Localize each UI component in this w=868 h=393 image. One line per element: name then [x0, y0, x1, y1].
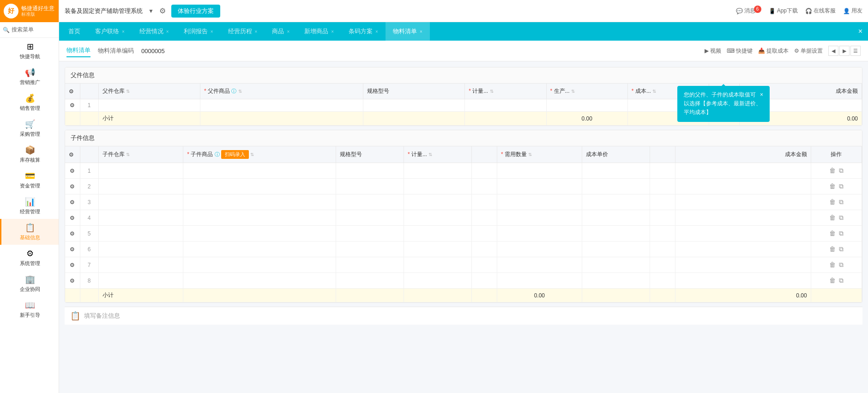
- search-menu[interactable]: 🔍 搜索菜单: [0, 22, 59, 38]
- child-th-unit[interactable]: * 计量... ⇅: [404, 146, 471, 163]
- tab-profit[interactable]: 利润报告 ×: [176, 22, 221, 41]
- tab-new-goods[interactable]: 新增商品 ×: [297, 22, 341, 41]
- experience-btn[interactable]: 体验行业方案: [171, 5, 220, 18]
- menu-arrow[interactable]: ☰: [850, 46, 861, 56]
- delete-row7-button[interactable]: 🗑: [828, 260, 837, 269]
- child-th-unit-cost[interactable]: 成本单价: [582, 146, 650, 163]
- app-download-action[interactable]: 📱 App下载: [769, 7, 798, 15]
- delete-row6-button[interactable]: 🗑: [828, 244, 837, 254]
- parent-subtotal-label: 小计: [98, 112, 200, 126]
- prev-arrow[interactable]: ◀: [828, 46, 838, 56]
- single-settings-action[interactable]: ⚙ 单据设置: [794, 47, 823, 55]
- user-action[interactable]: 👤 用友: [843, 7, 862, 15]
- tab-close-goods[interactable]: ×: [287, 29, 289, 34]
- parent-th-product[interactable]: * 父件商品 ⓘ ⇅: [200, 84, 363, 99]
- child-row1-sort: [471, 163, 497, 179]
- bottom-text[interactable]: 填写备注信息: [84, 312, 120, 320]
- tab-barcode[interactable]: 条码方案 ×: [341, 22, 386, 41]
- delete-row2-button[interactable]: 🗑: [828, 181, 837, 191]
- copy-row5-button[interactable]: ⧉: [838, 229, 844, 238]
- delete-row5-button[interactable]: 🗑: [828, 229, 837, 238]
- sidebar-item-guide[interactable]: 📖 新手引导: [0, 296, 59, 322]
- tab-operations[interactable]: 经营情况 ×: [132, 22, 176, 41]
- sidebar-item-enterprise[interactable]: 🏢 企业协同: [0, 271, 59, 296]
- child-row1-spec[interactable]: [336, 163, 404, 179]
- settings-button[interactable]: ⚙: [159, 6, 166, 15]
- page-tab-list[interactable]: 物料清单: [66, 44, 90, 57]
- tab-goods[interactable]: 商品 ×: [265, 22, 297, 41]
- copy-row7-button[interactable]: ⧉: [838, 260, 844, 270]
- parent-unit-cell[interactable]: [465, 99, 546, 112]
- parent-th-unit[interactable]: * 计量... ⇅: [465, 84, 546, 99]
- tab-close-history[interactable]: ×: [255, 29, 258, 34]
- delete-row8-button[interactable]: 🗑: [828, 276, 837, 285]
- tab-bom[interactable]: 物料清单 ×: [386, 22, 430, 41]
- single-settings-icon: ⚙: [794, 48, 799, 54]
- child-row1-unit[interactable]: [404, 163, 471, 179]
- tab-history[interactable]: 经营历程 ×: [221, 22, 265, 41]
- child-row1-unit-cost[interactable]: [582, 163, 650, 179]
- child-row1-settings[interactable]: ⚙: [65, 163, 80, 179]
- copy-row2-button[interactable]: ⧉: [838, 181, 844, 191]
- child-th-settings[interactable]: ⚙: [65, 146, 80, 163]
- parent-warehouse-cell[interactable]: [98, 99, 200, 112]
- child-th-spec[interactable]: 规格型号: [336, 146, 404, 163]
- tab-customers[interactable]: 客户联络 ×: [88, 22, 132, 41]
- video-action[interactable]: ▶ 视频: [705, 47, 721, 55]
- child-table: ⚙ 子件仓库 ⇅ * 子件商品 ⓘ 扫码录入 ⇅: [65, 146, 862, 302]
- sidebar: 好 畅捷通好生意 标准版 🔍 搜索菜单 ⊞ 快捷导航 📢 营销推广 💰 销售管理…: [0, 0, 59, 393]
- extract-cost-action[interactable]: 📥 提取成本: [758, 47, 789, 55]
- parent-spec-cell[interactable]: [363, 99, 464, 112]
- tab-home[interactable]: 首页: [61, 22, 88, 41]
- sidebar-item-sales[interactable]: 💰 销售管理: [0, 90, 59, 115]
- sidebar-item-basic[interactable]: 📋 基础信息: [0, 219, 59, 245]
- child-th-product[interactable]: * 子件商品 ⓘ 扫码录入 ⇅: [183, 146, 336, 163]
- parent-production-cell[interactable]: [546, 99, 627, 112]
- sidebar-item-system[interactable]: ⚙ 系统管理: [0, 245, 59, 271]
- page-tab-code[interactable]: 物料清单编码: [98, 45, 134, 57]
- sidebar-item-finance[interactable]: 💳 资金管理: [0, 167, 59, 193]
- delete-row1-button[interactable]: 🗑: [828, 166, 837, 175]
- tab-close-barcode[interactable]: ×: [375, 29, 378, 34]
- child-th-qty[interactable]: * 需用数量 ⇅: [497, 146, 582, 163]
- tab-close-customers[interactable]: ×: [122, 29, 125, 34]
- sidebar-item-purchase[interactable]: 🛒 采购管理: [0, 115, 59, 141]
- online-service-action[interactable]: 🎧 在线客服: [805, 7, 836, 15]
- parent-product-cell[interactable]: [200, 99, 363, 112]
- sidebar-item-quick-nav[interactable]: ⊞ 快捷导航: [0, 38, 59, 64]
- child-row1-warehouse[interactable]: [98, 163, 183, 179]
- delete-row3-button[interactable]: 🗑: [828, 197, 837, 206]
- parent-th-production[interactable]: * 生产... ⇅: [546, 84, 627, 99]
- sidebar-item-inventory[interactable]: 📦 库存核算: [0, 141, 59, 167]
- copy-row8-button[interactable]: ⧉: [838, 276, 844, 285]
- child-th-warehouse[interactable]: 子件仓库 ⇅: [98, 146, 183, 163]
- tab-close-bom[interactable]: ×: [420, 29, 422, 34]
- next-arrow[interactable]: ▶: [839, 46, 850, 56]
- parent-th-settings[interactable]: ⚙: [65, 84, 80, 99]
- parent-th-spec[interactable]: 规格型号: [363, 84, 464, 99]
- tab-close-new-goods[interactable]: ×: [331, 29, 334, 34]
- sidebar-item-marketing[interactable]: 📢 营销推广: [0, 64, 59, 90]
- scan-button[interactable]: 扫码录入: [221, 150, 249, 159]
- extract-cost-icon: 📥: [758, 48, 765, 54]
- sidebar-item-operation[interactable]: 📊 经营管理: [0, 193, 59, 219]
- delete-row4-button[interactable]: 🗑: [828, 213, 837, 222]
- tab-close-operations[interactable]: ×: [166, 29, 169, 34]
- topbar: 装备及固定资产辅助管理系统 ▼ ⚙ 体验行业方案 💬 消息 6 📱 App下载 …: [59, 0, 868, 22]
- parent-row-settings[interactable]: ⚙: [65, 99, 80, 112]
- copy-row3-button[interactable]: ⧉: [838, 197, 844, 207]
- parent-th-warehouse[interactable]: 父件仓库 ⇅: [98, 84, 200, 99]
- tab-close-profit[interactable]: ×: [211, 29, 213, 34]
- message-action[interactable]: 💬 消息 6: [736, 7, 761, 15]
- shortcut-action[interactable]: ⌨ 快捷键: [727, 47, 753, 55]
- child-row1-product[interactable]: [183, 163, 336, 179]
- child-subtotal-amount: 0.00: [675, 289, 811, 302]
- topbar-dropdown-icon[interactable]: ▼: [148, 8, 154, 14]
- copy-row6-button[interactable]: ⧉: [838, 244, 844, 254]
- copy-row4-button[interactable]: ⧉: [838, 213, 844, 223]
- tooltip-close[interactable]: ×: [760, 91, 763, 99]
- copy-row1-button[interactable]: ⧉: [838, 166, 844, 175]
- child-row1-cost-amount: [675, 163, 811, 179]
- close-all-tabs[interactable]: ×: [855, 27, 866, 36]
- child-row1-qty[interactable]: [497, 163, 582, 179]
